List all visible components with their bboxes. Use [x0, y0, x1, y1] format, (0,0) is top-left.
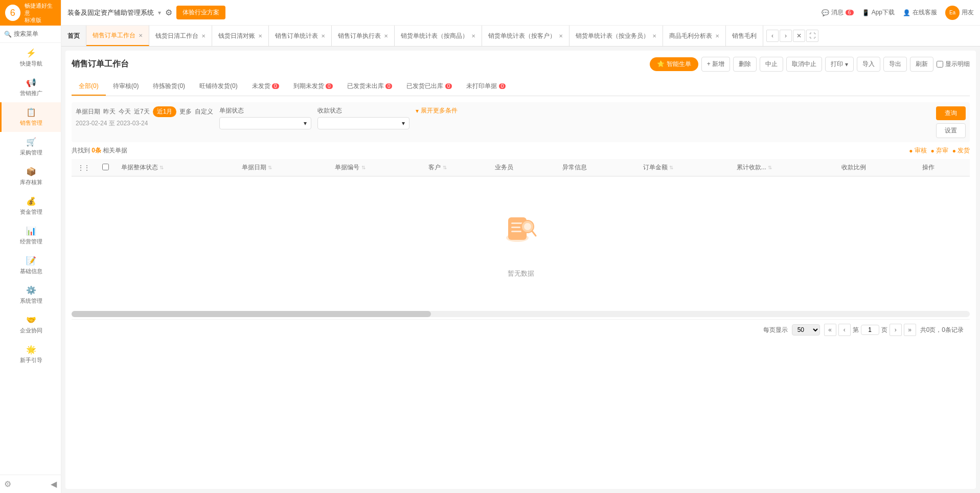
date-more[interactable]: 更多	[179, 107, 192, 116]
date-1month[interactable]: 近1月	[153, 106, 177, 117]
sidebar-search[interactable]: 🔍 搜索菜单	[0, 26, 61, 43]
tabs-next-btn[interactable]: ›	[780, 30, 792, 42]
sidebar-item-operations[interactable]: 📊 经营管理	[0, 221, 61, 251]
tab-gross-margin[interactable]: 商品毛利分析表 ✕	[663, 26, 726, 46]
svg-line-7	[532, 231, 536, 236]
table-header-row: ⋮⋮ 单据整体状态 ⇅ 单据日期 ⇅	[72, 159, 970, 176]
tab-close-sales-stats[interactable]: ✕	[321, 33, 325, 39]
cancel-suspend-btn[interactable]: 取消中止	[786, 57, 822, 72]
tabs-fullscreen-btn[interactable]: ⛶	[806, 30, 818, 42]
sub-tab-shipped-out[interactable]: 已发货已出库 0	[399, 78, 459, 96]
tab-cash-reconcile[interactable]: 钱货日清对账 ✕	[212, 26, 269, 46]
new-btn[interactable]: + 新增	[701, 57, 730, 72]
gear-icon[interactable]: ⚙	[165, 8, 172, 17]
col-ratio: 收款比例	[835, 159, 916, 176]
prev-page-btn[interactable]: ‹	[838, 324, 851, 336]
sidebar-item-system[interactable]: ⚙️ 系统管理	[0, 280, 61, 310]
settings-btn[interactable]: ⚙	[4, 479, 11, 489]
tab-close-sales-workbench[interactable]: ✕	[139, 33, 143, 38]
collected-sort-icon[interactable]: ⇅	[768, 165, 772, 170]
date-yesterday[interactable]: 昨天	[103, 107, 116, 116]
tab-sales-exec[interactable]: 销售订单执行表 ✕	[332, 26, 395, 46]
sidebar-item-enterprise[interactable]: 🤝 企业协同	[0, 310, 61, 340]
delete-btn[interactable]: 删除	[733, 57, 757, 72]
set-btn[interactable]: 设置	[936, 123, 966, 138]
sub-tab-all[interactable]: 全部(0)	[72, 78, 106, 96]
tab-sales-workbench[interactable]: 销售订单工作台 ✕	[86, 26, 149, 46]
tab-sales-summary-staff[interactable]: 销货单统计表（按业务员） ✕	[569, 26, 663, 46]
empty-icon	[498, 207, 544, 263]
status-select[interactable]: ▾	[219, 117, 311, 129]
cancel-audit-btn[interactable]: ● 弃审	[931, 146, 948, 155]
customer-sort-icon[interactable]: ⇅	[443, 165, 447, 170]
user-action[interactable]: Ea 用友	[945, 6, 974, 20]
date-custom[interactable]: 自定义	[195, 107, 213, 116]
collapse-btn[interactable]: ◀	[51, 479, 57, 489]
date-sort-icon[interactable]: ⇅	[268, 165, 272, 170]
tab-close-sales-summary-customer[interactable]: ✕	[559, 33, 563, 39]
ship-btn[interactable]: ● 发货	[952, 146, 970, 155]
message-action[interactable]: 💬 消息 6	[822, 8, 854, 17]
status-sort-icon[interactable]: ⇅	[159, 165, 164, 170]
tab-sales-stats[interactable]: 销售订单统计表 ✕	[269, 26, 332, 46]
sub-tab-shipped-not-out[interactable]: 已发货未出库 0	[340, 78, 400, 96]
tab-sales-summary-customer[interactable]: 销货单统计表（按客户） ✕	[482, 26, 569, 46]
tab-cash-daily[interactable]: 钱货日清工作台 ✕	[149, 26, 212, 46]
page-input[interactable]	[861, 325, 879, 335]
sidebar-item-sales[interactable]: 📋 销售管理	[0, 102, 61, 132]
last-page-btn[interactable]: »	[904, 324, 916, 336]
audit-btn[interactable]: ● 审核	[909, 146, 926, 155]
sidebar-item-marketing[interactable]: 📢 营销推广	[0, 73, 61, 102]
payment-select[interactable]: ▾	[317, 117, 409, 129]
first-page-btn[interactable]: «	[824, 324, 836, 336]
tab-close-cash-daily[interactable]: ✕	[201, 33, 206, 39]
tab-close-sales-summary-staff[interactable]: ✕	[652, 33, 656, 39]
sub-tab-wangpu-pending[interactable]: 旺铺待发货(0)	[192, 78, 245, 96]
app-download-action[interactable]: 📱 App下载	[862, 8, 895, 17]
sub-tab-pending-review[interactable]: 待审核(0)	[106, 78, 146, 96]
page-size-select[interactable]: 50 10 20 100	[792, 324, 820, 335]
tab-sales-profit[interactable]: 销售毛利	[726, 26, 763, 46]
show-detail-label[interactable]: 显示明细	[937, 60, 970, 69]
sub-tab-not-printed[interactable]: 未打印单据 0	[459, 78, 513, 96]
amount-sort-icon[interactable]: ⇅	[669, 165, 673, 170]
suspend-btn[interactable]: 中止	[760, 57, 783, 72]
date-today[interactable]: 今天	[119, 107, 131, 116]
sidebar-item-finance[interactable]: 💰 资金管理	[0, 191, 61, 221]
sub-tab-pending-goods[interactable]: 待拣验货(0)	[146, 78, 192, 96]
tab-close-sales-summary-product[interactable]: ✕	[471, 33, 475, 39]
print-btn[interactable]: 打印 ▾	[825, 57, 854, 72]
sub-tab-overdue-not-shipped[interactable]: 到期未发货 0	[286, 78, 340, 96]
tabs-prev-btn[interactable]: ‹	[766, 30, 779, 42]
smart-btn[interactable]: ⭐ 智能生单	[650, 57, 698, 71]
online-service-action[interactable]: 👤 在线客服	[903, 8, 937, 17]
tab-sales-summary-product[interactable]: 销货单统计表（按商品） ✕	[395, 26, 482, 46]
tabs-close-all-btn[interactable]: ✕	[793, 30, 805, 42]
query-btn[interactable]: 查询	[936, 106, 966, 120]
scrollbar-thumb[interactable]	[72, 311, 431, 317]
sidebar-item-purchase[interactable]: 🛒 采购管理	[0, 132, 61, 162]
sub-tab-not-shipped[interactable]: 未发货 0	[245, 78, 286, 96]
expand-conditions-btn[interactable]: ▾ 展开更多条件	[416, 106, 930, 115]
topbar-dropdown-icon[interactable]: ▾	[158, 9, 161, 16]
tab-close-sales-exec[interactable]: ✕	[384, 33, 388, 39]
horizontal-scrollbar[interactable]	[72, 311, 970, 317]
refresh-btn[interactable]: 刷新	[910, 57, 933, 72]
next-page-btn[interactable]: ›	[890, 324, 902, 336]
import-btn[interactable]: 导入	[857, 57, 880, 72]
sidebar-item-guide[interactable]: 🌟 新手引导	[0, 340, 61, 369]
show-detail-checkbox[interactable]	[937, 61, 943, 68]
sidebar-item-quick-nav[interactable]: ⚡ 快捷导航	[0, 43, 61, 73]
number-sort-icon[interactable]: ⇅	[361, 165, 366, 170]
sidebar-item-inventory[interactable]: 📦 库存核算	[0, 162, 61, 191]
select-all-checkbox[interactable]	[102, 164, 109, 170]
sidebar-item-basic[interactable]: 📝 基础信息	[0, 251, 61, 280]
export-btn[interactable]: 导出	[883, 57, 907, 72]
trial-btn[interactable]: 体验行业方案	[176, 6, 225, 19]
checkbox-header[interactable]	[96, 159, 115, 176]
date-7days[interactable]: 近7天	[134, 107, 150, 116]
tab-home[interactable]: 首页	[61, 26, 86, 46]
message-badge: 6	[846, 10, 854, 15]
tab-close-gross-margin[interactable]: ✕	[715, 33, 719, 39]
tab-close-cash-reconcile[interactable]: ✕	[258, 33, 262, 39]
